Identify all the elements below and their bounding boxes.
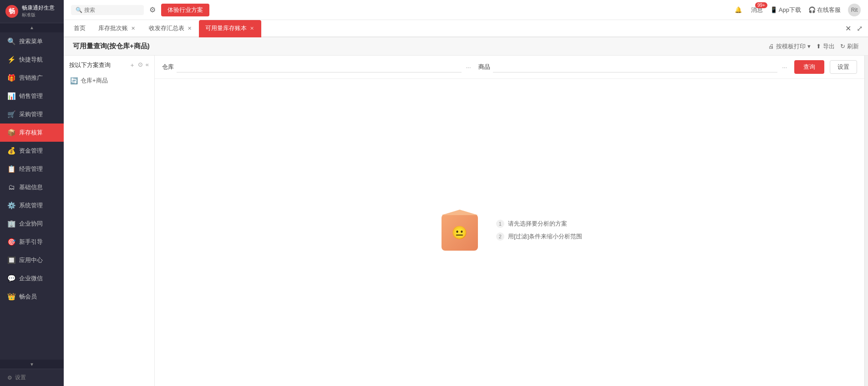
- tab-close-available[interactable]: ✕: [249, 25, 255, 31]
- page-title: 可用量查询(按仓库+商品): [73, 42, 150, 51]
- sidebar-item-newbie[interactable]: 🎯 新手引导: [0, 233, 64, 251]
- tab-label-batch: 库存批次账: [98, 24, 128, 32]
- warehouse-label: 仓库: [162, 63, 174, 71]
- sidebar-item-wecom[interactable]: 💬 企业微信: [0, 269, 64, 288]
- chevron-down-icon: ▾: [807, 43, 811, 50]
- phone-icon: 📱: [770, 6, 777, 13]
- sidebar-item-basic[interactable]: 🗂 基础信息: [0, 178, 64, 196]
- goods-more-icon[interactable]: ···: [780, 64, 789, 71]
- hint-num-1: 1: [496, 220, 504, 228]
- sidebar-item-member[interactable]: 👑 畅会员: [0, 288, 64, 306]
- tab-batch[interactable]: 库存批次账✕: [92, 20, 142, 37]
- sidebar-bottom[interactable]: ⚙ 设置: [0, 369, 64, 386]
- sidebar-item-shortcut[interactable]: ⚡ 快捷导航: [0, 51, 64, 69]
- sidebar-logo: 畅 畅康通好生意 标准版: [0, 0, 64, 23]
- empty-hints: 1 请先选择要分析的方案 2 用[过滤]条件来缩小分析范围: [496, 220, 582, 245]
- right-scrollbar: [864, 56, 868, 386]
- sidebar-label-enterprise: 企业协同: [19, 220, 43, 228]
- sidebar-label-system: 系统管理: [19, 201, 43, 210]
- topbar: 🔍 ⚙ 体验行业方案 🔔 99+ 消息 📱 App下载 🎧 在线客服 Rit: [64, 0, 868, 20]
- sidebar-label-newbie: 新手引导: [19, 238, 43, 246]
- user-avatar[interactable]: Rit: [848, 4, 861, 16]
- filter-panel: 按以下方案查询 ＋ ⊙ « 🔄 仓库+商品: [64, 56, 155, 386]
- bell-icon: 🔔: [735, 6, 742, 13]
- maximize-button[interactable]: ⤢: [855, 22, 864, 35]
- apps-icon: 🔲: [7, 256, 15, 264]
- tab-close-batch[interactable]: ✕: [130, 25, 136, 31]
- sidebar-label-member: 畅会员: [19, 293, 37, 301]
- purchase-icon: 🛒: [7, 110, 15, 118]
- export-button[interactable]: ⬆ 导出: [816, 42, 835, 51]
- add-scheme-icon[interactable]: ＋: [129, 61, 135, 69]
- sidebar-scroll-up[interactable]: ▲: [0, 23, 64, 32]
- sidebar-item-marketing[interactable]: 🎁 营销推广: [0, 69, 64, 87]
- refresh-button[interactable]: ↻ 刷新: [840, 42, 859, 51]
- collapse-left-icon[interactable]: «: [146, 61, 149, 69]
- sidebar-item-finance[interactable]: 💰 资金管理: [0, 142, 64, 160]
- page-header: 可用量查询(按仓库+商品) 🖨 按模板打印 ▾ ⬆ 导出 ↻ 刷新: [64, 37, 868, 56]
- warehouse-more-icon[interactable]: ···: [464, 64, 473, 71]
- sidebar-label-basic: 基础信息: [19, 183, 43, 191]
- print-button[interactable]: 🖨 按模板打印 ▾: [768, 42, 811, 51]
- scheme-item-warehouse-goods[interactable]: 🔄 仓库+商品: [64, 73, 154, 88]
- tab-close-summary[interactable]: ✕: [186, 25, 193, 31]
- settings-icon[interactable]: ⚙: [147, 4, 157, 16]
- inventory-icon: 📦: [7, 129, 15, 137]
- sidebar-label-inventory: 库存核算: [19, 129, 43, 137]
- goods-input[interactable]: [493, 62, 778, 72]
- newbie-icon: 🎯: [7, 238, 15, 246]
- scheme-settings-icon[interactable]: ⊙: [138, 61, 143, 69]
- wecom-icon: 💬: [7, 274, 15, 283]
- sidebar-item-purchase[interactable]: 🛒 采购管理: [0, 105, 64, 124]
- gear-icon: ⚙: [7, 375, 12, 381]
- sidebar-item-enterprise[interactable]: 🏢 企业协同: [0, 215, 64, 233]
- search-icon: 🔍: [76, 7, 82, 13]
- main-area: 🔍 ⚙ 体验行业方案 🔔 99+ 消息 📱 App下载 🎧 在线客服 Rit 首…: [64, 0, 868, 386]
- refresh-icon: ↻: [840, 43, 845, 50]
- sidebar-scroll-down[interactable]: ▼: [0, 360, 64, 369]
- scheme-label: 仓库+商品: [81, 77, 108, 85]
- column-settings-button[interactable]: 设置: [830, 60, 857, 74]
- tab-label-home: 首页: [74, 24, 86, 32]
- app-download-link[interactable]: 📱 App下载: [770, 6, 801, 14]
- tab-home[interactable]: 首页: [67, 20, 92, 37]
- message-icon[interactable]: 🔔 99+ 消息: [735, 6, 763, 14]
- shortcut-icon: ⚡: [7, 56, 15, 64]
- scheme-icon: 🔄: [70, 77, 78, 84]
- tab-summary[interactable]: 收发存汇总表✕: [142, 20, 199, 37]
- tabs-bar: 首页库存批次账✕收发存汇总表✕可用量库存账本✕ ✕ ⤢: [64, 20, 868, 37]
- sidebar-item-apps[interactable]: 🔲 应用中心: [0, 251, 64, 269]
- content-area: 按以下方案查询 ＋ ⊙ « 🔄 仓库+商品 仓库 ···: [64, 56, 868, 386]
- tabs-actions: ✕ ⤢: [843, 22, 868, 35]
- filter-header-label: 按以下方案查询: [69, 61, 111, 69]
- query-button[interactable]: 查询: [794, 60, 824, 74]
- tab-label-available: 可用量库存账本: [205, 24, 247, 32]
- trial-button[interactable]: 体验行业方案: [161, 4, 209, 16]
- sidebar-item-inventory[interactable]: 📦 库存核算: [0, 124, 64, 142]
- search-input[interactable]: [84, 7, 134, 13]
- basic-icon: 🗂: [7, 183, 15, 191]
- warehouse-input[interactable]: [177, 62, 462, 72]
- sidebar-nav: 🔍 搜索菜单⚡ 快捷导航🎁 营销推广📊 销售管理🛒 采购管理📦 库存核算💰 资金…: [0, 32, 64, 360]
- online-support-link[interactable]: 🎧 在线客服: [808, 6, 841, 14]
- query-area: 仓库 ··· 商品 ··· 查询 设置 😐: [155, 56, 864, 386]
- goods-field: 商品 ···: [478, 62, 789, 72]
- sidebar-label-purchase: 采购管理: [19, 110, 43, 118]
- sidebar-item-operation[interactable]: 📋 经营管理: [0, 160, 64, 178]
- sidebar-item-search[interactable]: 🔍 搜索菜单: [0, 32, 64, 51]
- logo-name: 畅康通好生意: [22, 5, 55, 12]
- tab-available[interactable]: 可用量库存账本✕: [199, 20, 261, 37]
- logo-icon: 畅: [5, 5, 18, 18]
- sales-icon: 📊: [7, 92, 15, 100]
- sidebar-item-system[interactable]: ⚙️ 系统管理: [0, 196, 64, 215]
- box-icon: 😐: [442, 214, 478, 251]
- sidebar-label-shortcut: 快捷导航: [19, 56, 43, 64]
- topbar-right: 🔔 99+ 消息 📱 App下载 🎧 在线客服 Rit: [735, 4, 861, 16]
- close-tab-button[interactable]: ✕: [843, 22, 853, 35]
- hint-text-1: 请先选择要分析的方案: [508, 220, 567, 228]
- filter-icons: ＋ ⊙ «: [129, 61, 149, 69]
- export-icon: ⬆: [816, 43, 821, 50]
- tab-label-summary: 收发存汇总表: [149, 24, 184, 32]
- sidebar-item-sales[interactable]: 📊 销售管理: [0, 87, 64, 105]
- sidebar-label-apps: 应用中心: [19, 256, 43, 264]
